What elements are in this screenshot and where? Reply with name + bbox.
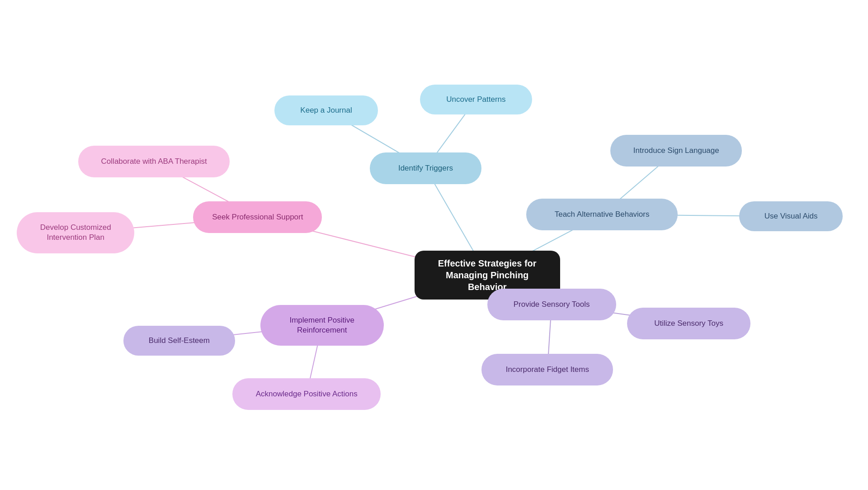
node-teach_alternative: Teach Alternative Behaviors [526,199,677,230]
node-collaborate_aba: Collaborate with ABA Therapist [78,146,229,177]
node-seek_professional: Seek Professional Support [193,201,322,233]
node-implement_positive: Implement Positive Reinforcement [260,305,384,346]
node-build_self_esteem: Build Self-Esteem [123,326,236,356]
node-develop_plan: Develop Customized Intervention Plan [17,212,134,253]
node-utilize_sensory_toys: Utilize Sensory Toys [627,308,750,339]
node-acknowledge_positive: Acknowledge Positive Actions [232,378,381,410]
node-keep_journal: Keep a Journal [274,95,378,125]
node-provide_sensory: Provide Sensory Tools [487,289,616,320]
mind-map: Effective Strategies for Managing Pinchi… [0,0,868,490]
node-introduce_sign: Introduce Sign Language [610,135,742,167]
node-identify_triggers: Identify Triggers [370,152,482,184]
node-use_visual_aids: Use Visual Aids [739,201,843,231]
node-uncover_patterns: Uncover Patterns [420,85,532,114]
node-incorporate_fidget: Incorporate Fidget Items [481,354,613,385]
